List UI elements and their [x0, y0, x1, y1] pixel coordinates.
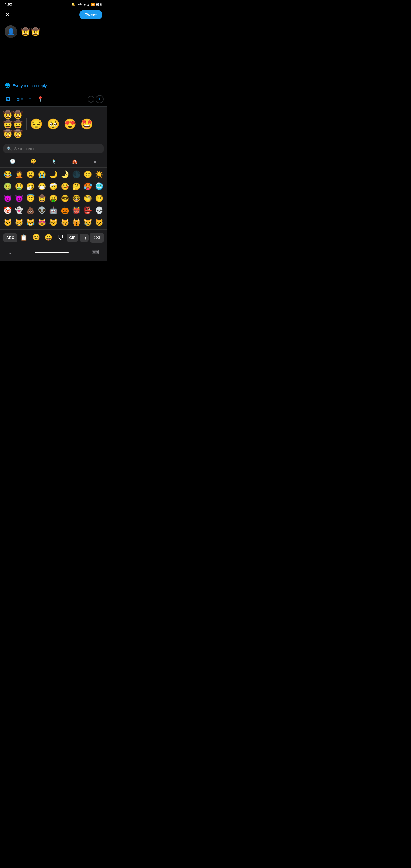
category-smileys[interactable]: 😀 [28, 157, 38, 166]
reply-setting-label: Everyone can reply [12, 83, 47, 88]
emoji-cell[interactable]: 🌑 [71, 169, 82, 180]
sticker-button[interactable]: 😄 [43, 232, 54, 243]
emoji-cell[interactable]: 💀 [94, 205, 105, 216]
emoji-cell[interactable]: 🤡 [2, 205, 13, 216]
gif-button[interactable]: GIF [14, 95, 25, 103]
add-tweet-button[interactable]: + [96, 95, 104, 103]
emoji-cell[interactable]: 🐱 [2, 217, 13, 228]
abc-button[interactable]: ABC [3, 233, 17, 242]
emoji-cell[interactable]: 😸 [14, 217, 25, 228]
home-indicator [35, 252, 69, 253]
bottom-bar: ⌄ ⌨ [0, 246, 107, 259]
emoji-search-row: 🔍 [0, 142, 107, 156]
emoji-cell[interactable]: 🤢 [2, 181, 13, 192]
emoji-cell[interactable]: 🤔 [71, 181, 82, 192]
emoji-cell[interactable]: 💩 [25, 205, 36, 216]
emoji-cell[interactable]: 👿 [14, 193, 25, 204]
emoji-cell[interactable]: ☀️ [94, 169, 105, 180]
emoji-cell[interactable]: 🤖 [48, 205, 59, 216]
emoji-cell[interactable]: 🤒 [60, 181, 70, 192]
category-objects[interactable]: 🖥 [91, 157, 100, 166]
gif-button[interactable]: GIF [66, 234, 78, 242]
clipboard-button[interactable]: 📋 [19, 232, 29, 243]
emoji-cell[interactable]: 🙂 [83, 169, 93, 180]
emoji-cell[interactable]: 😹 [25, 217, 36, 228]
emoji-cell[interactable]: 😷 [36, 181, 48, 192]
emoji-cell[interactable]: 🤨 [94, 193, 105, 204]
avatar: 👤 [5, 25, 17, 38]
emoji-cell[interactable]: 🥵 [83, 181, 93, 192]
suggestion-cowboy-group[interactable]: 🤠🤠🤠🤠🤠🤠 [1, 109, 25, 140]
globe-icon: 🌐 [5, 83, 10, 88]
emoji-cell[interactable]: 🤑 [48, 193, 59, 204]
close-button[interactable]: × [5, 10, 10, 19]
emoji-cell[interactable]: 😂 [2, 169, 13, 180]
emoji-button[interactable]: 😊 [31, 232, 42, 243]
memoji-button[interactable]: 🗨 [55, 232, 65, 243]
emoji-suggestions: 🤠🤠🤠🤠🤠🤠 😔 🥺 😍 🤩 [0, 106, 107, 142]
emoji-cell[interactable]: 🤕 [48, 181, 59, 192]
suggestion-pensive[interactable]: 😔 [28, 117, 44, 131]
emoji-cell[interactable]: 🥶 [94, 181, 105, 192]
compose-toolbar: 🖼 GIF ≡ 📍 + [0, 92, 107, 106]
avatar-image: 👤 [5, 25, 17, 38]
tweet-button[interactable]: Tweet [80, 10, 102, 20]
keyboard-toolbar: ABC 📋 😊 😄 🗨 GIF :-) ⌫ [0, 229, 107, 246]
emoji-cell[interactable]: 🌙 [48, 169, 59, 180]
emoji-cell[interactable]: 🙀 [71, 217, 82, 228]
poll-button[interactable]: ≡ [26, 94, 34, 104]
suggestion-pleading[interactable]: 🥺 [45, 117, 61, 131]
category-recent[interactable]: 🕐 [7, 157, 18, 166]
kaomoji-button[interactable]: :-) [80, 234, 89, 242]
emoji-cell[interactable]: 🧐 [83, 193, 93, 204]
emoji-cell[interactable]: 😭 [36, 169, 48, 180]
image-button[interactable]: 🖼 [3, 94, 13, 104]
status-time: 4:03 [5, 2, 12, 6]
suggestion-heart-eyes[interactable]: 😍 [62, 117, 78, 131]
wifi-icon: ▲ [87, 3, 90, 6]
search-input[interactable] [14, 147, 100, 151]
emoji-cell[interactable]: 👽 [36, 205, 48, 216]
suggestion-extra[interactable]: 🤩 [79, 117, 95, 131]
delete-button[interactable]: ⌫ [90, 233, 104, 243]
battery-icon: 93% [96, 3, 102, 6]
emoji-cell[interactable]: 😇 [25, 193, 36, 204]
hulu-icon: hulu [76, 3, 83, 6]
emoji-cell[interactable]: 👹 [71, 205, 82, 216]
signal-icon: 📶 [91, 3, 95, 6]
emoji-cell[interactable]: 🤦 [14, 169, 25, 180]
status-icons: 🔔 hulu ♥ ▲ 📶 93% [71, 3, 102, 6]
emoji-cell[interactable]: 👺 [83, 205, 93, 216]
compose-area: 👤 🤠🤠 [0, 22, 107, 79]
emoji-cell[interactable]: 😼 [48, 217, 59, 228]
emoji-keyboard: 🤠🤠🤠🤠🤠🤠 😔 🥺 😍 🤩 🔍 🕐 😀 🕺 🎪 🖥 😂 🤦 😩 😭 🌙 🌛 🌑 [0, 106, 107, 261]
emoji-categories: 🕐 😀 🕺 🎪 🖥 [0, 156, 107, 167]
char-counter [88, 96, 94, 102]
suggestion-divider [26, 119, 27, 130]
emoji-cell[interactable]: 😾 [94, 217, 105, 228]
tweet-content: 🤠🤠 [21, 27, 102, 37]
emoji-grid: 😂 🤦 😩 😭 🌙 🌛 🌑 🙂 ☀️ 🤢 🤮 🤧 😷 🤕 🤒 🤔 🥵 🥶 😈 👿… [0, 167, 107, 229]
category-people[interactable]: 🕺 [49, 157, 59, 166]
emoji-cell[interactable]: 🤮 [14, 181, 25, 192]
emoji-cell[interactable]: 😩 [25, 169, 36, 180]
emoji-cell[interactable]: 😽 [60, 217, 70, 228]
keyboard-down-button[interactable]: ⌄ [7, 248, 13, 256]
category-activities[interactable]: 🎪 [70, 157, 80, 166]
emoji-cell[interactable]: 👻 [14, 205, 25, 216]
emoji-cell[interactable]: 🤓 [71, 193, 82, 204]
emoji-cell[interactable]: 🤠 [36, 193, 48, 204]
emoji-cell[interactable]: 🎃 [60, 205, 70, 216]
emoji-cell[interactable]: 🌛 [60, 169, 70, 180]
reply-setting[interactable]: 🌐 Everyone can reply [0, 79, 107, 92]
location-button[interactable]: 📍 [35, 94, 46, 104]
emoji-cell[interactable]: 😈 [2, 193, 13, 204]
emoji-cell[interactable]: 🤧 [25, 181, 36, 192]
keyboard-switch-button[interactable]: ⌨ [91, 248, 100, 256]
tweet-input-area[interactable]: 🤠🤠 [21, 25, 102, 76]
emoji-cell[interactable]: 😿 [83, 217, 93, 228]
emoji-cell[interactable]: 😎 [60, 193, 70, 204]
notification-icon: 🔔 [71, 3, 75, 6]
compose-header: × Tweet [0, 8, 107, 22]
emoji-cell[interactable]: 😻 [36, 217, 48, 228]
